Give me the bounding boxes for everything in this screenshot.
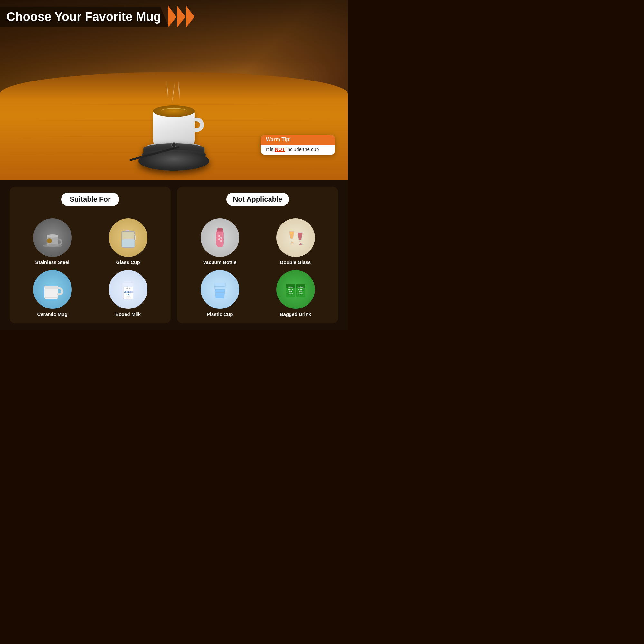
vacuum-label: Vacuum Bottle bbox=[203, 260, 236, 265]
title-banner: Choose Your Favorite Mug bbox=[0, 6, 194, 28]
item-ceramic-mug: Ceramic Mug bbox=[16, 270, 89, 317]
title-bg: Choose Your Favorite Mug bbox=[0, 7, 169, 27]
svg-point-24 bbox=[290, 232, 292, 234]
svg-text:Instant: Instant bbox=[298, 286, 303, 288]
double-glass-label: Double Glass bbox=[280, 260, 311, 265]
svg-text:Skim: Skim bbox=[298, 288, 303, 290]
svg-rect-12 bbox=[123, 283, 133, 287]
item-glass-cup: Glass Cup bbox=[92, 218, 164, 265]
coffee-cup bbox=[153, 111, 195, 147]
stainless-icon bbox=[40, 225, 65, 251]
svg-text:Lactasic: Lactasic bbox=[123, 291, 132, 293]
suitable-for-title: Suitable For bbox=[70, 195, 110, 203]
warm-tip-post: include the cup bbox=[285, 147, 319, 152]
plastic-cup-icon bbox=[207, 277, 233, 302]
svg-text:Milk: Milk bbox=[299, 290, 303, 292]
stainless-label: Stainless Steel bbox=[35, 260, 70, 265]
item-stainless-steel: Stainless Steel bbox=[16, 218, 89, 265]
svg-text:200: 200 bbox=[126, 293, 130, 296]
info-section: Suitable For Sta bbox=[0, 180, 348, 330]
chevron-icon-1 bbox=[168, 6, 176, 28]
svg-point-21 bbox=[220, 237, 222, 239]
vacuum-bottle-icon bbox=[207, 225, 233, 251]
cup-handle bbox=[194, 118, 204, 132]
svg-text:Powder: Powder bbox=[288, 293, 293, 295]
svg-text:Milk: Milk bbox=[289, 290, 292, 292]
svg-rect-17 bbox=[216, 230, 224, 247]
svg-point-22 bbox=[218, 238, 220, 240]
plastic-circle bbox=[201, 270, 239, 309]
chevron-decoration bbox=[167, 6, 194, 28]
not-applicable-title: Not Applicable bbox=[233, 195, 282, 203]
svg-point-20 bbox=[218, 235, 220, 237]
svg-text:MILK: MILK bbox=[126, 287, 130, 289]
double-glass-circle bbox=[276, 218, 315, 257]
svg-point-2 bbox=[47, 234, 58, 238]
bagged-circle: Instant Skim Milk Powder Instant Skim Mi… bbox=[276, 270, 315, 309]
cup-top-coffee bbox=[153, 105, 195, 117]
boxed-milk-label: Boxed Milk bbox=[115, 311, 141, 317]
warm-tip-box: Warm Tip: It is NOT include the cup bbox=[261, 135, 335, 155]
latte-art bbox=[161, 108, 187, 114]
warm-tip-not: NOT bbox=[275, 147, 285, 152]
item-plastic-cup: Plastic Cup bbox=[184, 270, 256, 317]
item-boxed-milk: Lactasic 200 MILK Boxed Milk bbox=[92, 270, 164, 317]
warm-tip-pre: It is bbox=[266, 147, 275, 152]
svg-text:Powder: Powder bbox=[298, 293, 303, 295]
warm-tip-header: Warm Tip: bbox=[261, 135, 335, 145]
page-title: Choose Your Favorite Mug bbox=[6, 10, 161, 24]
svg-point-16 bbox=[126, 296, 131, 299]
suitable-for-panel: Suitable For Sta bbox=[10, 187, 171, 323]
hero-section: Choose Your Favorite Mug bbox=[0, 0, 348, 180]
suitable-for-grid: Stainless Steel Glass Cup bbox=[16, 218, 164, 317]
suitable-for-header-bg: Suitable For bbox=[61, 193, 119, 206]
stainless-circle bbox=[33, 218, 72, 257]
svg-point-3 bbox=[47, 244, 58, 247]
svg-rect-10 bbox=[44, 297, 58, 298]
warmer-cup-scene bbox=[122, 61, 225, 171]
svg-text:Instant: Instant bbox=[288, 286, 293, 288]
svg-rect-7 bbox=[122, 239, 135, 247]
glass-circle bbox=[109, 218, 147, 257]
boxed-milk-icon: Lactasic 200 MILK bbox=[115, 277, 141, 302]
glass-cup-icon bbox=[115, 225, 141, 251]
glass-label: Glass Cup bbox=[116, 260, 140, 265]
not-applicable-panel: Not Applicable bbox=[177, 187, 338, 323]
item-double-glass: Double Glass bbox=[259, 218, 332, 265]
boxed-circle: Lactasic 200 MILK bbox=[109, 270, 147, 309]
double-glass-icon bbox=[283, 225, 308, 251]
ceramic-label: Ceramic Mug bbox=[37, 311, 67, 317]
not-applicable-header-bg: Not Applicable bbox=[226, 193, 289, 206]
vacuum-circle bbox=[201, 218, 239, 257]
ceramic-circle bbox=[33, 270, 72, 309]
chevron-icon-2 bbox=[177, 6, 185, 28]
ceramic-mug-icon bbox=[40, 277, 65, 302]
bagged-drink-icon: Instant Skim Milk Powder Instant Skim Mi… bbox=[283, 277, 308, 302]
svg-text:Skim: Skim bbox=[288, 288, 292, 290]
svg-point-23 bbox=[220, 240, 222, 242]
steam-effect bbox=[167, 81, 180, 106]
item-bagged-drink: Instant Skim Milk Powder Instant Skim Mi… bbox=[259, 270, 332, 317]
item-vacuum-bottle: Vacuum Bottle bbox=[184, 218, 256, 265]
svg-rect-9 bbox=[44, 286, 58, 289]
bagged-drink-label: Bagged Drink bbox=[280, 311, 311, 317]
not-applicable-grid: Vacuum Bottle Double Glass bbox=[184, 218, 332, 317]
chevron-icon-3 bbox=[186, 6, 194, 28]
plastic-label: Plastic Cup bbox=[207, 311, 233, 317]
warm-tip-body: It is NOT include the cup bbox=[261, 145, 335, 155]
svg-point-5 bbox=[47, 239, 51, 243]
svg-rect-19 bbox=[217, 228, 223, 231]
